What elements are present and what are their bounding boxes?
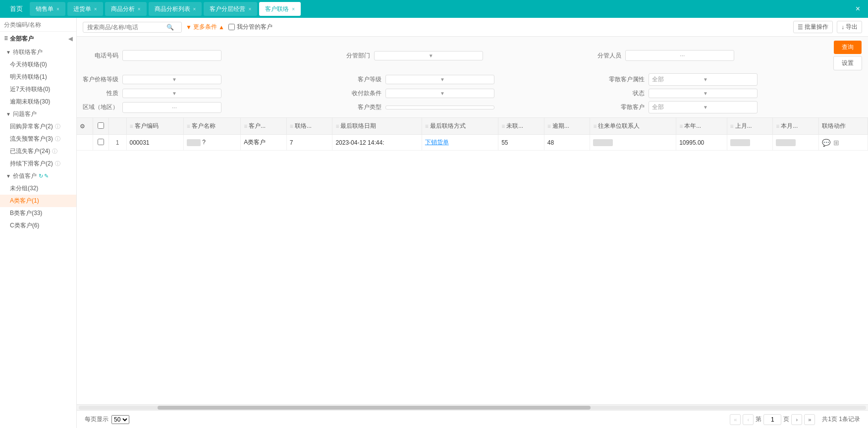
sidebar-item-week-contact[interactable]: 近7天待联络(0) (0, 83, 76, 96)
link-action-icon[interactable]: ⊞ (833, 139, 839, 147)
payment-select[interactable]: ▼ (385, 89, 494, 98)
refresh-icon[interactable]: ↻ (39, 173, 43, 179)
col-this-month[interactable]: ≡ 本月... (773, 118, 819, 135)
row-checkbox[interactable] (98, 139, 104, 145)
col-name[interactable]: ≡ 客户名称 (183, 118, 240, 135)
status-caret-icon: ▼ (703, 91, 754, 96)
col-last-method[interactable]: ≡ 最后联络方式 (422, 118, 498, 135)
group-pending-contact[interactable]: ▼ 待联络客户 (0, 46, 76, 58)
status-select[interactable]: ▼ (649, 89, 758, 98)
sort-icon: ≡ (776, 123, 779, 130)
close-tab-purchase[interactable]: × (94, 6, 97, 12)
retail-attr-field: 零散客户属性 全部 ▼ (609, 73, 862, 86)
retail-customer-select[interactable]: 全部 ▼ (649, 101, 758, 113)
close-tab-analysis[interactable]: × (138, 6, 141, 12)
price-level-caret-icon: ▼ (172, 77, 218, 82)
per-page-area: 每页显示 50 (85, 415, 129, 424)
phone-input[interactable] (122, 50, 221, 61)
last-page-button[interactable]: » (804, 414, 815, 425)
close-tab-customer-contact[interactable]: × (292, 6, 295, 12)
row-customer-type-cell: A类客户 (241, 135, 287, 151)
page-number-input[interactable] (763, 414, 781, 425)
select-all-checkbox[interactable] (98, 122, 104, 129)
page-nav: « ‹ 第 页 › » (730, 414, 815, 425)
person-field: 分管人员 ··· (586, 50, 827, 61)
horizontal-scrollbar[interactable] (77, 404, 868, 410)
sidebar-item-repurchase-abnormal[interactable]: 回购异常客户(2) ⓘ (0, 120, 76, 133)
last-method-link[interactable]: 下销货单 (425, 139, 449, 146)
per-page-select[interactable]: 50 (111, 415, 129, 424)
col-contact-count[interactable]: ≡ 联络... (286, 118, 332, 135)
area-dots-icon[interactable]: ··· (172, 104, 216, 111)
group-value-customers[interactable]: ▼ 价值客户 ↻ ✎ (0, 170, 76, 182)
group-problem-customers[interactable]: ▼ 问题客户 (0, 108, 76, 120)
my-customers-checkbox[interactable] (228, 24, 235, 30)
nav-tab-sales[interactable]: 销售单 × (30, 2, 65, 16)
scrollbar-thumb[interactable] (158, 406, 591, 410)
row-last-date-cell: 2023-04-12 14:44: (332, 135, 422, 151)
customer-type-select[interactable] (385, 106, 494, 109)
col-code[interactable]: ≡ 客户编码 (126, 118, 183, 135)
nav-tab-purchase[interactable]: 进货单 × (67, 2, 103, 16)
sidebar-item-class-b[interactable]: B类客户(33) (0, 207, 76, 219)
status-field: 状态 ▼ (609, 89, 862, 98)
dept-select[interactable]: ▼ (374, 51, 483, 60)
sidebar-search-input[interactable] (4, 21, 77, 28)
col-customer-type[interactable]: ≡ 客户... (241, 118, 287, 135)
prev-page-button[interactable]: ‹ (743, 414, 754, 425)
sidebar-item-tomorrow-contact[interactable]: 明天待联络(1) (0, 71, 76, 83)
customer-level-select[interactable]: ▼ (385, 75, 494, 84)
sidebar-item-class-a[interactable]: A类客户(1) (0, 195, 76, 207)
info-icon: ⓘ (52, 148, 57, 155)
sidebar-item-class-c[interactable]: C类客户(6) (0, 219, 76, 232)
nature-label: 性质 (83, 89, 122, 98)
main-search-input[interactable] (87, 24, 166, 31)
query-button[interactable]: 查询 (834, 41, 862, 54)
col-last-date[interactable]: ≡ 最后联络日期 (332, 118, 422, 135)
more-filters-button[interactable]: ▼ 更多条件 ▲ (186, 23, 224, 31)
col-last-month[interactable]: ≡ 上月... (727, 118, 773, 135)
nav-tab-customer-contact[interactable]: 客户联络 × (259, 2, 301, 16)
comment-action-icon[interactable]: 💬 (822, 139, 830, 147)
page-label: 第 (756, 415, 761, 424)
person-select[interactable]: ··· (625, 50, 734, 61)
col-settings[interactable]: ⚙ (77, 118, 93, 135)
sidebar-item-churn-warning[interactable]: 流失预警客户(3) ⓘ (0, 133, 76, 145)
dots-icon: ⠿ (4, 36, 8, 42)
nav-tab-analysis-list[interactable]: 商品分析列表 × (149, 2, 202, 16)
nav-tab-analysis[interactable]: 商品分析 × (105, 2, 147, 16)
col-overdue[interactable]: ≡ 逾期... (544, 118, 590, 135)
all-customers-header[interactable]: ⠿ 全部客户 ◀ (0, 32, 76, 46)
sidebar-item-churned[interactable]: 已流失客户(24) ⓘ (0, 145, 76, 158)
close-tab-customer-tier[interactable]: × (248, 6, 251, 12)
per-page-label: 每页显示 (85, 415, 108, 424)
export-button[interactable]: ↓ 导出 (837, 21, 862, 33)
col-unit-contact[interactable]: ≡ 往来单位联系人 (590, 118, 676, 135)
sidebar-item-declining[interactable]: 持续下滑客户(2) ⓘ (0, 158, 76, 170)
more-dots-icon[interactable]: ··· (680, 52, 729, 59)
edit-icon[interactable]: ✎ (44, 173, 49, 179)
customer-type-field: 客户类型 (346, 103, 599, 111)
next-page-button[interactable]: › (791, 414, 802, 425)
first-page-button[interactable]: « (730, 414, 741, 425)
sidebar-item-overdue-contact[interactable]: 逾期未联络(30) (0, 96, 76, 108)
area-select[interactable]: ··· (122, 102, 221, 113)
area-field: 区域（地区） ··· (83, 102, 336, 113)
nature-caret-icon: ▼ (172, 91, 218, 96)
col-not-contact[interactable]: ≡ 未联... (498, 118, 544, 135)
settings-button[interactable]: 设置 (833, 56, 862, 70)
batch-ops-button[interactable]: ☰ 批量操作 (793, 21, 833, 33)
col-this-year[interactable]: ≡ 本年... (676, 118, 727, 135)
close-tab-analysis-list[interactable]: × (193, 6, 196, 12)
price-level-select[interactable]: ▼ (122, 75, 221, 84)
nature-select[interactable]: ▼ (122, 89, 221, 98)
sidebar-item-today-contact[interactable]: 今天待联络(0) (0, 58, 76, 71)
filter-icon: ▼ (186, 24, 192, 31)
window-close-button[interactable]: × (852, 4, 864, 13)
close-tab-sales[interactable]: × (56, 6, 59, 12)
nav-tab-customer-tier[interactable]: 客户分层经营 × (204, 2, 257, 16)
sidebar-item-unclassified[interactable]: 未分组(32) (0, 182, 76, 195)
retail-attr-select[interactable]: 全部 ▼ (649, 73, 758, 86)
nav-home[interactable]: 首页 (4, 0, 29, 18)
row-name-cell: ? (183, 135, 240, 151)
